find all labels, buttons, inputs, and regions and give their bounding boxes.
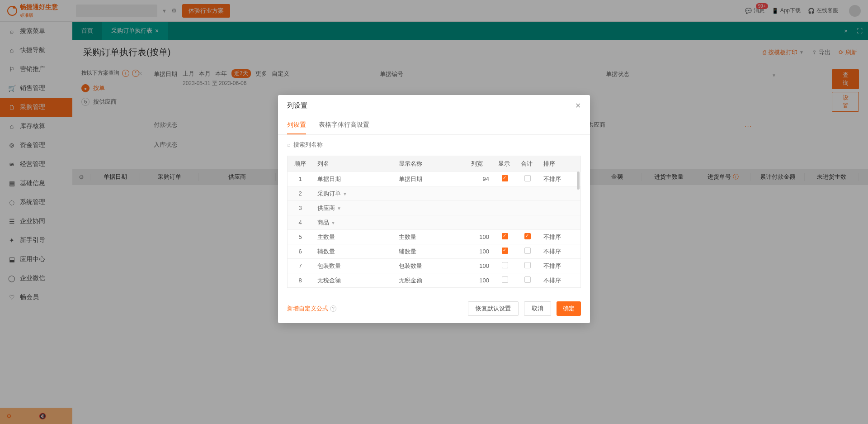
checkbox[interactable] (524, 248, 531, 254)
row-width[interactable]: 100 (467, 233, 494, 240)
row-order: 2 (288, 190, 313, 197)
checkbox[interactable] (524, 175, 531, 181)
row-display[interactable]: 无税金额 (394, 276, 467, 285)
col-display-header: 显示名称 (394, 160, 467, 168)
row-sort[interactable]: 不排序 (539, 262, 572, 270)
row-name: 辅数量 (313, 248, 394, 256)
row-order: 1 (288, 176, 313, 182)
column-row[interactable]: 6 辅数量 辅数量 100 不排序 (288, 244, 580, 258)
row-order: 8 (288, 277, 313, 284)
row-display[interactable]: 单据日期 (394, 175, 467, 183)
row-order: 3 (288, 205, 313, 211)
column-row[interactable]: 1 单据日期 单据日期 94 不排序 (288, 172, 580, 186)
row-sort[interactable]: 不排序 (539, 233, 572, 241)
search-icon: ⌕ (287, 141, 291, 148)
chevron-down-icon[interactable]: ▼ (337, 206, 341, 211)
column-row[interactable]: 8 无税金额 无税金额 100 不排序 (288, 273, 580, 287)
row-sort[interactable]: 不排序 (539, 276, 572, 285)
row-name: 主数量 (313, 233, 394, 241)
row-display[interactable]: 辅数量 (394, 248, 467, 256)
dialog-tab-font[interactable]: 表格字体行高设置 (319, 121, 369, 134)
col-sum-header: 合计 (516, 160, 539, 168)
column-row[interactable]: 2 采购订单▼ (288, 186, 580, 200)
row-display[interactable]: 主数量 (394, 233, 467, 241)
checkbox[interactable] (502, 175, 508, 181)
column-row[interactable]: 4 商品▼ (288, 215, 580, 229)
cancel-button[interactable]: 取消 (524, 301, 551, 316)
row-display[interactable]: 包装数量 (394, 262, 467, 270)
search-input[interactable] (293, 141, 377, 148)
scrollbar[interactable] (577, 172, 580, 190)
restore-default-button[interactable]: 恢复默认设置 (468, 301, 519, 316)
col-name-header: 列名 (313, 160, 394, 168)
row-name: 无税金额 (313, 276, 394, 285)
checkbox[interactable] (524, 276, 531, 283)
confirm-button[interactable]: 确定 (557, 301, 581, 316)
column-row[interactable]: 5 主数量 主数量 100 不排序 (288, 229, 580, 244)
row-width[interactable]: 94 (467, 176, 494, 182)
add-formula-link[interactable]: 新增自定义公式 ? (287, 305, 336, 313)
help-icon[interactable]: ? (330, 305, 336, 312)
col-sort-header: 排序 (539, 160, 572, 168)
checkbox[interactable] (524, 233, 531, 239)
row-order: 7 (288, 262, 313, 269)
row-name: 单据日期 (313, 175, 394, 183)
chevron-down-icon[interactable]: ▼ (331, 220, 335, 225)
row-order: 6 (288, 248, 313, 255)
row-width[interactable]: 100 (467, 277, 494, 284)
checkbox[interactable] (502, 233, 508, 239)
add-formula-label: 新增自定义公式 (287, 305, 328, 313)
checkbox[interactable] (502, 248, 508, 254)
row-name: 供应商▼ (313, 204, 394, 212)
row-order: 5 (288, 233, 313, 240)
column-row[interactable]: 3 供应商▼ (288, 200, 580, 215)
checkbox[interactable] (502, 276, 508, 283)
row-sort[interactable]: 不排序 (539, 175, 572, 183)
row-name: 商品▼ (313, 219, 394, 227)
col-width-header: 列宽 (467, 160, 494, 168)
row-width[interactable]: 100 (467, 248, 494, 255)
row-sort[interactable]: 不排序 (539, 248, 572, 256)
column-row[interactable]: 7 包装数量 包装数量 100 不排序 (288, 258, 580, 273)
col-show-header: 显示 (494, 160, 516, 168)
row-width[interactable]: 100 (467, 262, 494, 269)
column-settings-dialog: 列设置 ✕ 列设置 表格字体行高设置 ⌕ 顺序 列名 显示名称 列宽 显示 合计… (278, 95, 590, 323)
chevron-down-icon[interactable]: ▼ (343, 191, 347, 196)
row-name: 采购订单▼ (313, 190, 394, 198)
modal-overlay: 列设置 ✕ 列设置 表格字体行高设置 ⌕ 顺序 列名 显示名称 列宽 显示 合计… (0, 0, 868, 424)
checkbox[interactable] (502, 262, 508, 268)
row-name: 包装数量 (313, 262, 394, 270)
close-icon[interactable]: ✕ (575, 101, 581, 110)
col-order-header: 顺序 (288, 160, 313, 168)
dialog-tab-columns[interactable]: 列设置 (287, 121, 306, 134)
checkbox[interactable] (524, 262, 531, 268)
row-order: 4 (288, 219, 313, 226)
dialog-title: 列设置 (287, 101, 307, 110)
